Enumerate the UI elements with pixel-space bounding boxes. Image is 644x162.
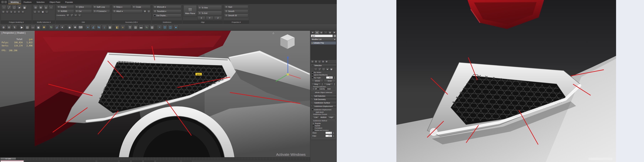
snaps-toggle-icon[interactable]: ⌖ <box>86 25 90 30</box>
layer-explorer-icon[interactable]: ▧ <box>133 25 138 30</box>
perspective-viewport[interactable]: [ Perspective ] [ Shaded ] Totalgum Poly… <box>0 31 310 157</box>
swift-loop-button[interactable]: Swift Loop <box>92 5 110 9</box>
maxscript-mini-listener[interactable] <box>0 160 24 162</box>
ribbon-tab-selection[interactable]: Selection <box>34 0 47 4</box>
make-planar-button[interactable]: Make Planar <box>184 5 197 17</box>
preset-high-button[interactable]: High <box>328 116 335 118</box>
pin-icon[interactable]: ⊙ <box>2 10 5 13</box>
object-name-field[interactable]: gum <box>311 34 333 37</box>
method-spatial-radio[interactable]: Spatial <box>312 125 335 126</box>
to-grid-button[interactable]: To Grid <box>198 11 222 16</box>
modify-icon[interactable]: ◎ <box>315 31 319 34</box>
by-angle-checkbox[interactable]: By Angle: 45.0 ▴▾ <box>312 76 336 79</box>
rollout-subdivision-displacement[interactable]: − Subdivision Displacement <box>310 105 336 108</box>
rollout-selection[interactable]: − Selection <box>310 64 336 67</box>
modifier-list-dropdown[interactable]: Modifier List ▾ <box>311 38 336 41</box>
show-end-result-icon[interactable]: ☰ <box>314 60 318 63</box>
render-production-icon[interactable]: ● <box>174 25 178 30</box>
steps-spinner[interactable]: ▴▾ <box>333 132 335 134</box>
angle-snap-toggle-icon[interactable]: ∠ <box>91 25 96 30</box>
tessellate-button[interactable]: Tessellate ▾ <box>153 10 181 13</box>
edge-icon[interactable]: ╱ <box>7 5 12 10</box>
preview-multi-radio[interactable] <box>325 88 327 90</box>
normal-constraint-icon[interactable]: ⊥ <box>78 14 81 17</box>
reference-coordinate-system-icon[interactable]: ▾ <box>60 25 65 30</box>
spinner-snap-toggle-icon[interactable]: ↕ <box>102 25 107 30</box>
coordinate-y-field[interactable] <box>132 160 142 162</box>
time-slider[interactable]: 0 / 100 <box>0 158 16 160</box>
select-and-scale-icon[interactable]: ⊿ <box>54 25 59 30</box>
grow-button-panel[interactable]: Grow <box>324 79 336 82</box>
edit-group-label[interactable]: Edit <box>56 20 111 24</box>
collapse-stack-icon[interactable]: ∨ <box>6 10 9 13</box>
p-connect-button[interactable]: P Connect ▾ <box>92 10 110 13</box>
preview-off-radio[interactable] <box>312 88 314 90</box>
preset-low-button[interactable]: Low <box>312 116 320 118</box>
window-crossing-toggle-icon[interactable]: ▣ <box>36 25 41 30</box>
align-icon[interactable]: ≡ <box>120 25 125 30</box>
align-group-label[interactable]: Align <box>183 20 222 24</box>
create-icon[interactable]: ✚ <box>310 31 315 34</box>
smooth-button[interactable]: Smooth <box>224 10 248 13</box>
selection-lock-area[interactable] <box>97 160 118 162</box>
relax-button[interactable]: Relax ▾ <box>112 5 131 9</box>
loop-spinner[interactable]: ▴▾ <box>334 83 336 85</box>
edge-spinner[interactable]: ▴▾ <box>333 134 335 137</box>
ring-spinner[interactable]: ▴▾ <box>321 83 323 85</box>
method-spatial-curvature-radio[interactable]: Spatial and Curvature <box>312 129 335 131</box>
view-cube[interactable] <box>277 32 298 52</box>
ring-button[interactable]: Ring <box>312 83 321 86</box>
grow-selection-icon[interactable]: ⊞ <box>38 5 43 10</box>
preset-medium-button[interactable]: Medium <box>320 116 327 118</box>
align-x-button[interactable]: X <box>198 16 205 20</box>
create-button[interactable]: Create <box>132 5 150 9</box>
display-icon[interactable]: ▥ <box>328 31 332 34</box>
repeat-button[interactable]: Repeat <box>56 5 74 9</box>
align-z-button[interactable]: Z <box>214 16 222 20</box>
options-icon[interactable]: ≡ <box>17 10 21 13</box>
curve-editor-icon[interactable]: ∿ <box>144 25 149 30</box>
next-icon[interactable]: ▸ <box>13 10 17 13</box>
visibility-bulb-icon[interactable]: ● <box>312 42 312 44</box>
select-and-link-icon[interactable]: ⊕ <box>1 25 6 30</box>
remove-modifier-icon[interactable]: ⊘ <box>322 60 325 63</box>
viewport-label[interactable]: [ Perspective ] [ Shaded ] <box>2 32 26 34</box>
motion-icon[interactable]: ◔ <box>324 31 328 34</box>
modifier-stack[interactable]: ● Editable Poly <box>311 41 336 60</box>
modify-selection-group-label[interactable]: Modify Selection ▾ <box>32 20 55 24</box>
select-by-name-icon[interactable]: ▤ <box>25 25 30 30</box>
ribbon-tab-object-paint[interactable]: Object Paint <box>47 0 63 4</box>
face-constraint-icon[interactable]: ▱ <box>74 14 78 17</box>
mirror-icon[interactable]: ◧ <box>115 25 120 30</box>
detach-icon[interactable]: ⊠ <box>143 10 146 13</box>
fill-icon[interactable]: ▣ <box>41 10 44 13</box>
rollout-soft-selection[interactable]: + Soft Selection <box>310 94 336 98</box>
preview-subobj-radio[interactable] <box>317 88 319 90</box>
previous-icon[interactable]: ◂ <box>10 10 13 13</box>
polygon-modeling-group-label[interactable]: Polygon Modeling ▾ <box>1 20 32 24</box>
vertex-icon[interactable]: ∴ <box>2 5 6 10</box>
steps-field[interactable]: 2 <box>326 132 332 134</box>
app-menu-icon[interactable] <box>2 1 4 3</box>
geometry-all-group-label[interactable]: Geometry (All) ▾ <box>112 20 151 24</box>
time-tag-area[interactable] <box>182 160 192 162</box>
loop-icon[interactable]: ○ <box>49 5 53 10</box>
percent-snap-toggle-icon[interactable]: % <box>96 25 102 30</box>
properties-group-label[interactable]: Properties ▾ <box>224 20 249 24</box>
hard-button[interactable]: Hard <box>224 5 248 9</box>
subdivision-displacement-checkbox[interactable]: Subdivision Displacement <box>312 109 336 110</box>
method-regular-radio[interactable]: Regular <box>312 122 335 124</box>
by-angle-spinner[interactable]: ▴▾ <box>334 76 336 79</box>
shrink-button-panel[interactable]: Shrink <box>312 79 323 82</box>
ribbon-tab-freeform[interactable]: Freeform <box>21 0 34 4</box>
render-setup-icon[interactable]: ⊡ <box>162 25 168 30</box>
attach-button[interactable]: Attach ▾ <box>112 10 143 13</box>
border-icon[interactable]: ▢ <box>322 68 326 71</box>
rectangular-selection-region-icon[interactable]: ▭ <box>30 25 36 30</box>
make-unique-icon[interactable]: ◇ <box>318 60 321 63</box>
pin-stack-icon[interactable]: ⊙ <box>311 60 314 63</box>
timeline-track[interactable]: 0 / 100 <box>0 157 310 160</box>
expand-menu-icon[interactable]: ▾ <box>21 10 24 13</box>
keyboard-shortcut-override-icon[interactable]: ⌨ <box>78 25 83 30</box>
edit-named-selection-sets-icon[interactable]: ▦ <box>108 25 112 30</box>
